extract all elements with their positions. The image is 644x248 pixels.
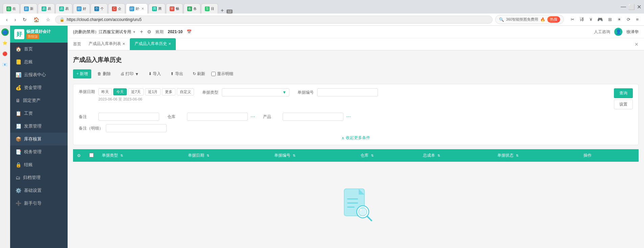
bookmark-btn[interactable]: ☆ [44,16,52,23]
content-close-btn[interactable]: ✕ [635,42,639,47]
back-btn[interactable]: ‹ [4,16,10,23]
app-icon-star[interactable]: ⭐ [1,39,9,47]
new-tab-btn[interactable]: + [219,7,226,14]
nav-item-tax[interactable]: 📑 税务管理 [10,145,68,158]
export-btn[interactable]: ⬆ 导出 [167,69,186,78]
menu-btn[interactable]: ≡ [635,16,640,23]
app-icon-red[interactable]: 🔴 [1,50,9,58]
grid-btn[interactable]: ⊞ [607,16,613,23]
gamepad-btn[interactable]: 🎮 [596,16,604,23]
nav-item-archive[interactable]: 🗂 归档管理 [10,171,68,184]
nav-item-base[interactable]: ⚙️ 基础设置 [10,184,68,197]
tab-5[interactable]: 好 好 [73,3,90,14]
tab-9[interactable]: 腾 腾 [148,3,165,14]
app-icon-email[interactable]: 📧 [1,61,9,68]
col-warehouse[interactable]: 仓库 ⇅ [356,149,419,162]
bill-no-input[interactable] [317,88,378,96]
refresh-btn[interactable]: ↻ 刷新 [189,69,209,78]
app-icon-circle[interactable]: 🔵 [1,28,9,36]
product-input[interactable] [283,113,343,121]
tab-10[interactable]: M 畅 [166,3,183,14]
show-cols-label[interactable]: 显示明细 [211,71,233,77]
show-cols-checkbox[interactable] [211,72,216,76]
date-btn-custom[interactable]: 自定义 [177,88,194,95]
company-select[interactable]: (勿删勿禁用）江西服宝测试专用 ▼ [73,29,136,35]
tab-history-close[interactable]: ✕ [168,42,171,46]
tab-4[interactable]: 易 易 [55,3,72,14]
tab-2[interactable]: 新 新 [20,3,37,14]
nav-item-ledger[interactable]: 📒 总账 [10,55,68,68]
warehouse-input[interactable] [187,113,248,121]
nav-item-fixed[interactable]: 🖥 固定资产 [10,94,68,107]
tab-7[interactable]: C 企 [108,3,125,14]
col-gear[interactable]: ⚙ [73,149,85,162]
date-btn-more[interactable]: 更多 [162,88,175,95]
home-btn[interactable]: 🏠 [31,16,41,23]
forward-btn[interactable]: › [13,16,18,23]
address-input[interactable]: 🔒 https://cloud.chanjet.com/accounting/u… [55,16,492,24]
date-btn-yesterday[interactable]: 昨天 [98,88,112,95]
nav-item-payroll[interactable]: 📋 工资 [10,107,68,120]
close-btn[interactable]: ✕ [637,4,641,10]
collapse-btn[interactable]: ∧ 收起更多条件 [79,135,633,141]
nav-item-finance[interactable]: 💰 资金管理 [10,81,68,94]
tab-1[interactable]: 在 在 [3,3,20,14]
tab-8-active[interactable]: 好 好· ✕ [126,3,148,14]
hot-search-badge[interactable]: 热搜 [547,16,560,23]
filter-settings-btn[interactable]: 设置 [614,99,633,109]
remark-detail-input[interactable] [106,124,167,132]
col-bill-no[interactable]: 单据编号 ⇅ [270,149,356,162]
date-btn-today[interactable]: 今天 [113,88,127,95]
query-btn[interactable]: 查询 [614,88,633,98]
tab-11[interactable]: 各 各 [184,3,200,14]
nav-item-invoice[interactable]: 🧾 发票管理 [10,120,68,133]
sync-btn[interactable]: ⟳ [625,16,632,23]
remark-input[interactable] [98,113,159,121]
tab-list[interactable]: 产成品入库单列表 ✕ [84,38,130,50]
tab-12[interactable]: S 目 [201,3,218,14]
col-bill-status[interactable]: 单据状态 ⇅ [493,149,579,162]
tab-3[interactable]: 易 易 [38,3,55,14]
add-bill-btn[interactable]: + 新增 [73,69,91,78]
warehouse-dots-btn[interactable]: ··· [251,114,255,120]
data-table: ⚙ 单据类型 ⇅ 单据日期 ⇅ 单据编号 [73,149,639,162]
maximize-btn[interactable]: ⬜ [628,4,635,10]
sun-btn[interactable]: ☀ [616,16,623,23]
minimize-btn[interactable]: — [621,4,626,10]
user-service-link[interactable]: 人工咨询 [594,29,610,35]
tab-8-close[interactable]: ✕ [141,7,144,10]
cny-btn[interactable]: ¥ [588,16,593,23]
nav-item-newbill[interactable]: ➕ 新手引导 [10,197,68,210]
nav-item-reports[interactable]: 📊 云报表中心 [10,68,68,81]
nav-item-inventory[interactable]: 📦 库存核算 [10,133,68,145]
tab-history[interactable]: 产成品入库单历史 ✕ [130,38,176,50]
col-bill-type[interactable]: 单据类型 ⇅ [98,149,184,162]
delete-btn[interactable]: 🗑 删除 [94,69,114,78]
tab-11-icon: 各 [187,6,192,11]
col-bill-date[interactable]: 单据日期 ⇅ [184,149,270,162]
bill-type-select[interactable]: ▼ [222,88,289,96]
nav-sidebar: 好 畅捷通好会计 旗舰版 🏠 首页 📒 总账 📊 云报表中心 💰 资金管理 🖥 … [10,26,68,248]
address-url: https://cloud.chanjet.com/accounting/uru… [67,17,488,22]
calendar-icon[interactable]: 📅 [187,29,192,34]
tab-list-close[interactable]: ✕ [122,42,125,46]
tab-6[interactable]: 个 个 [91,3,108,14]
scissors-btn[interactable]: ✂ [569,16,576,23]
company-settings-btn[interactable]: ⚙ [147,29,151,35]
nav-item-close[interactable]: 🔒 结账 [10,158,68,171]
product-dots-btn[interactable]: ··· [346,114,351,120]
date-btn-7days[interactable]: 近7天 [128,88,144,95]
select-all-checkbox[interactable] [89,153,94,157]
print-btn[interactable]: 🖨 打印 ▼ [117,69,142,78]
nav-item-inventory-label: 库存核算 [24,136,42,142]
nav-item-home[interactable]: 🏠 首页 [10,43,68,55]
import-btn[interactable]: ⬇ 导入 [145,69,164,78]
col-checkbox[interactable] [85,149,98,162]
breadcrumb-home[interactable]: 首页 [73,41,81,47]
col-total-cost[interactable]: 总成本 ⇅ [419,149,493,162]
translate-btn[interactable]: 译 [578,16,586,23]
add-company-btn[interactable]: + [140,29,143,35]
reload-btn[interactable]: ↻ [21,16,29,23]
search-box[interactable]: 🔍 360智能抠图免费用 🔥 热搜 [495,15,564,24]
date-btn-1month[interactable]: 近1月 [145,88,161,95]
